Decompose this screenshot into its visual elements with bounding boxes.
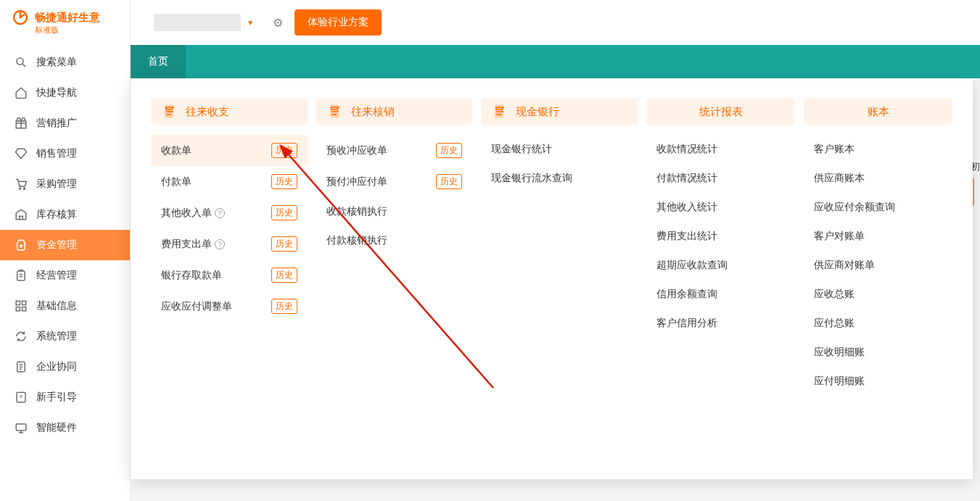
flyout-item[interactable]: 费用支出统计 (646, 222, 795, 251)
flyout-item-label: 超期应收款查询 (656, 259, 728, 272)
money-icon (15, 239, 28, 252)
flyout-item[interactable]: 费用支出单?历史 (151, 228, 308, 260)
refresh-icon (15, 330, 28, 343)
sidebar-item-5[interactable]: 库存核算 (0, 199, 130, 230)
grid-icon (15, 299, 28, 312)
topbar: ▾ ⚙ 体验行业方案 (131, 0, 980, 45)
history-tag[interactable]: 历史 (436, 143, 462, 158)
industry-plan-button[interactable]: 体验行业方案 (295, 9, 382, 36)
search-icon (15, 56, 28, 69)
flyout-item[interactable]: 应付明细账 (804, 367, 952, 396)
sidebar-item-1[interactable]: 快捷导航 (0, 78, 130, 108)
flyout-item[interactable]: 收款核销执行 (316, 197, 473, 226)
flyout-item[interactable]: 应收明细账 (804, 338, 952, 367)
gear-icon[interactable]: ⚙ (270, 13, 286, 33)
flyout-item[interactable]: 其他收入单?历史 (151, 197, 308, 228)
sidebar-item-6[interactable]: 资金管理 (0, 230, 130, 260)
flyout-column-2: 现金银行现金银行统计现金银行流水查询 (481, 99, 638, 465)
flyout-item[interactable]: 现金银行统计 (481, 135, 638, 164)
warehouse-icon (15, 208, 28, 221)
sidebar: 畅捷通好生意 标准版 搜索菜单快捷导航营销推广销售管理采购管理库存核算资金管理经… (0, 0, 131, 501)
flyout-item[interactable]: 供应商账本 (804, 164, 952, 193)
flyout-item[interactable]: 收款情况统计 (646, 135, 795, 164)
svg-point-4 (23, 188, 25, 189)
flyout-item[interactable]: 应收应付余额查询 (804, 193, 952, 222)
flyout-column-header: 往来收支 (151, 99, 308, 125)
flyout-item-label: 银行存取款单 (161, 269, 222, 282)
svg-rect-9 (22, 307, 26, 311)
sidebar-item-7[interactable]: 经营管理 (0, 260, 130, 291)
history-tag[interactable]: 历史 (271, 268, 297, 283)
svg-point-3 (19, 188, 20, 189)
sidebar-item-label: 资金管理 (36, 239, 77, 252)
history-tag[interactable]: 历史 (271, 143, 297, 158)
sidebar-item-9[interactable]: 系统管理 (0, 321, 130, 352)
sidebar-item-label: 新手引导 (36, 391, 77, 404)
sidebar-item-8[interactable]: 基础信息 (0, 291, 130, 321)
svg-rect-6 (16, 301, 20, 305)
flyout-item[interactable]: 付款核销执行 (316, 226, 473, 255)
flyout-item[interactable]: 信用余额查询 (646, 280, 795, 309)
flyout-item[interactable]: 客户信用分析 (646, 309, 795, 338)
flyout-item-label: 收款单 (161, 144, 192, 157)
flyout-column-header: 现金银行 (481, 99, 638, 125)
tab-home[interactable]: 首页 (131, 45, 186, 78)
flyout-item-label: 客户信用分析 (656, 317, 717, 330)
history-tag[interactable]: 历史 (271, 205, 297, 220)
flyout-column-title: 往来核销 (351, 105, 395, 119)
chevron-down-icon: ▾ (248, 17, 252, 28)
receipt-icon (326, 103, 344, 120)
flyout-item-label: 供应商对账单 (814, 259, 875, 272)
flyout-item[interactable]: 客户对账单 (804, 222, 952, 251)
flyout-item[interactable]: 供应商对账单 (804, 251, 952, 280)
svg-rect-8 (16, 307, 20, 311)
history-tag[interactable]: 历史 (436, 174, 462, 189)
flyout-item[interactable]: 收款单历史 (151, 135, 308, 166)
brand-edition: 标准版 (35, 25, 118, 36)
flyout-item[interactable]: 银行存取款单历史 (151, 260, 308, 291)
flyout-item[interactable]: 应付总账 (804, 309, 952, 338)
flyout-item[interactable]: 付款情况统计 (646, 164, 795, 193)
sidebar-item-0[interactable]: 搜索菜单 (0, 47, 130, 78)
diamond-icon (15, 147, 28, 160)
sidebar-item-3[interactable]: 销售管理 (0, 138, 130, 169)
flyout-item-label: 预收冲应收单 (326, 144, 387, 157)
flyout-item-label: 其他收入统计 (656, 201, 717, 214)
home-icon (15, 86, 28, 99)
flyout-item-label: 付款情况统计 (656, 172, 717, 185)
flyout-item[interactable]: 现金银行流水查询 (481, 164, 638, 193)
flyout-item[interactable]: 应收总账 (804, 280, 952, 309)
gift-icon (15, 117, 28, 130)
history-tag[interactable]: 历史 (271, 236, 297, 252)
flyout-item[interactable]: 付款单历史 (151, 166, 308, 197)
history-tag[interactable]: 历史 (271, 174, 297, 189)
flyout-item[interactable]: 其他收入统计 (646, 193, 795, 222)
flyout-item[interactable]: 应收应付调整单历史 (151, 291, 308, 322)
help-icon[interactable]: ? (215, 208, 225, 218)
sidebar-item-12[interactable]: 智能硬件 (0, 413, 130, 443)
org-selector[interactable]: ▾ (145, 11, 261, 34)
org-name-placeholder (154, 14, 241, 31)
flyout-item[interactable]: 预收冲应收单历史 (316, 135, 473, 166)
flyout-column-title: 往来收支 (186, 105, 229, 119)
sidebar-item-label: 经营管理 (36, 269, 77, 282)
flyout-item-label: 应付总账 (814, 317, 855, 330)
help-icon[interactable]: ? (215, 239, 225, 249)
flyout-item[interactable]: 预付冲应付单历史 (316, 166, 473, 197)
sidebar-item-11[interactable]: 新手引导 (0, 382, 130, 413)
svg-rect-7 (22, 301, 26, 305)
receipt-icon (491, 103, 508, 120)
sidebar-item-10[interactable]: 企业协同 (0, 352, 130, 382)
flyout-column-1: 往来核销预收冲应收单历史预付冲应付单历史收款核销执行付款核销执行 (316, 99, 473, 465)
flyout-item-label: 其他收入单? (161, 207, 225, 220)
flyout-column-title: 统计报表 (699, 105, 743, 119)
sidebar-item-label: 采购管理 (36, 178, 77, 191)
sidebar-item-label: 快捷导航 (36, 86, 77, 99)
sidebar-item-2[interactable]: 营销推广 (0, 108, 130, 138)
sidebar-item-label: 系统管理 (36, 330, 77, 343)
flyout-item-label: 应付明细账 (814, 375, 865, 388)
sidebar-item-4[interactable]: 采购管理 (0, 169, 130, 199)
flyout-item[interactable]: 超期应收款查询 (646, 251, 795, 280)
flyout-item[interactable]: 客户账本 (804, 135, 952, 164)
history-tag[interactable]: 历史 (271, 299, 297, 314)
